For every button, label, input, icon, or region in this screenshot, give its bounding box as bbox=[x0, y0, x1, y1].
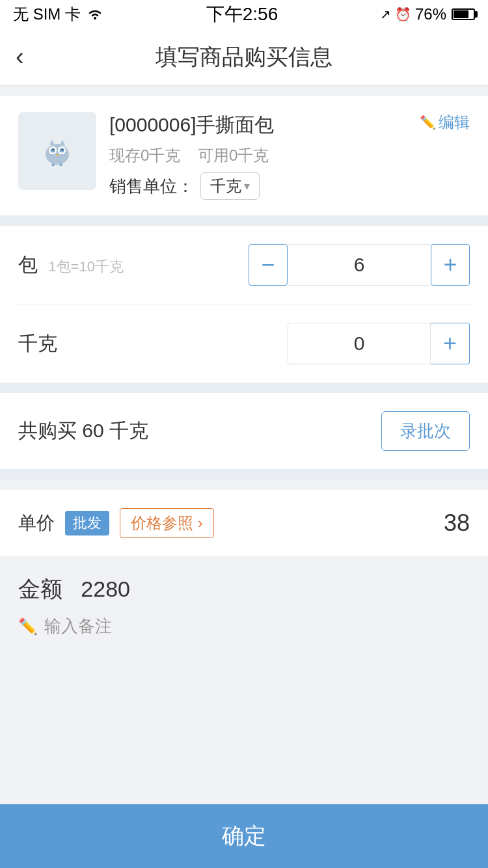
quantity-label-bao: 包 1包=10千克 bbox=[18, 252, 249, 278]
unit-dropdown-icon: ▾ bbox=[244, 179, 250, 193]
svg-marker-3 bbox=[60, 140, 65, 145]
wifi-icon bbox=[86, 8, 104, 21]
note-placeholder: 输入备注 bbox=[44, 615, 112, 638]
svg-point-0 bbox=[94, 17, 96, 20]
alarm-icon: ⏰ bbox=[395, 7, 411, 22]
section-divider-1 bbox=[0, 215, 488, 226]
plus-button-bao[interactable]: + bbox=[431, 244, 470, 286]
quantity-row-kg: 千克 + bbox=[18, 305, 470, 383]
product-stock: 现存0千克 可用0千克 bbox=[109, 145, 470, 166]
bottom-padding bbox=[0, 656, 488, 720]
section-divider-3 bbox=[0, 469, 488, 480]
carrier-text: 无 SIM 卡 bbox=[13, 4, 81, 25]
battery-icon bbox=[452, 8, 475, 20]
price-label: 单价 bbox=[18, 511, 55, 536]
svg-line-14 bbox=[61, 163, 62, 166]
back-button[interactable]: ‹ bbox=[16, 43, 24, 71]
quantity-hint-bao: 1包=10千克 bbox=[48, 258, 124, 275]
product-info: [0000006]手撕面包 ✏️ 编辑 现存0千克 可用0千克 销售单位： 千克… bbox=[109, 112, 470, 200]
product-name: [0000006]手撕面包 bbox=[109, 112, 274, 139]
section-divider-2 bbox=[0, 383, 488, 393]
unit-label: 销售单位： bbox=[109, 175, 194, 198]
status-time: 下午2:56 bbox=[206, 2, 278, 27]
svg-marker-2 bbox=[49, 140, 55, 145]
unit-value: 千克 bbox=[210, 176, 241, 197]
product-unit-row: 销售单位： 千克 ▾ bbox=[109, 172, 470, 200]
page-title: 填写商品购买信息 bbox=[156, 42, 332, 72]
amount-row: 金额 2280 bbox=[18, 575, 470, 604]
amount-section: 金额 2280 ✏️ 输入备注 bbox=[0, 556, 488, 656]
unit-kg: 千克 bbox=[18, 332, 57, 354]
product-logo bbox=[31, 131, 83, 170]
svg-point-8 bbox=[53, 149, 55, 151]
svg-line-12 bbox=[53, 163, 54, 166]
note-row[interactable]: ✏️ 输入备注 bbox=[18, 615, 470, 638]
price-value: 38 bbox=[444, 509, 470, 537]
quantity-row-bao: 包 1包=10千克 − + bbox=[18, 226, 470, 305]
battery-text: 76% bbox=[415, 5, 446, 23]
quantity-control-bao: − + bbox=[249, 244, 470, 286]
svg-point-9 bbox=[62, 149, 64, 151]
summary-text: 共购买 60 千克 bbox=[18, 418, 148, 444]
edit-label: 编辑 bbox=[439, 112, 470, 133]
price-ref-button[interactable]: 价格参照 › bbox=[120, 508, 214, 538]
amount-value: 2280 bbox=[81, 576, 130, 601]
quantity-label-kg: 千克 bbox=[18, 331, 288, 357]
quantity-section: 包 1包=10千克 − + 千克 + bbox=[0, 226, 488, 383]
status-right: ↗ ⏰ 76% bbox=[380, 5, 475, 23]
edit-button[interactable]: ✏️ 编辑 bbox=[420, 112, 470, 133]
price-section: 单价 批发 价格参照 › 38 bbox=[0, 490, 488, 556]
plus-button-kg[interactable]: + bbox=[431, 323, 470, 364]
unit-select[interactable]: 千克 ▾ bbox=[200, 172, 260, 200]
location-icon: ↗ bbox=[380, 7, 391, 22]
nav-bar: ‹ 填写商品购买信息 bbox=[0, 29, 488, 86]
confirm-button[interactable]: 确定 bbox=[0, 804, 488, 868]
product-image bbox=[18, 112, 96, 190]
price-tag: 批发 bbox=[65, 511, 109, 536]
edit-icon: ✏️ bbox=[420, 115, 436, 130]
summary-section: 共购买 60 千克 录批次 bbox=[0, 393, 488, 469]
status-bar: 无 SIM 卡 下午2:56 ↗ ⏰ 76% bbox=[0, 0, 488, 29]
confirm-label: 确定 bbox=[222, 821, 266, 851]
product-card: [0000006]手撕面包 ✏️ 编辑 现存0千克 可用0千克 销售单位： 千克… bbox=[0, 96, 488, 215]
amount-label: 金额 bbox=[18, 576, 62, 601]
batch-button[interactable]: 录批次 bbox=[381, 411, 470, 451]
unit-bao: 包 bbox=[18, 254, 38, 275]
status-carrier: 无 SIM 卡 bbox=[13, 4, 104, 25]
quantity-input-kg[interactable] bbox=[288, 323, 431, 364]
quantity-control-kg: + bbox=[288, 323, 470, 364]
quantity-input-bao[interactable] bbox=[288, 244, 431, 286]
pencil-icon: ✏️ bbox=[18, 617, 38, 636]
minus-button-bao[interactable]: − bbox=[249, 244, 288, 286]
